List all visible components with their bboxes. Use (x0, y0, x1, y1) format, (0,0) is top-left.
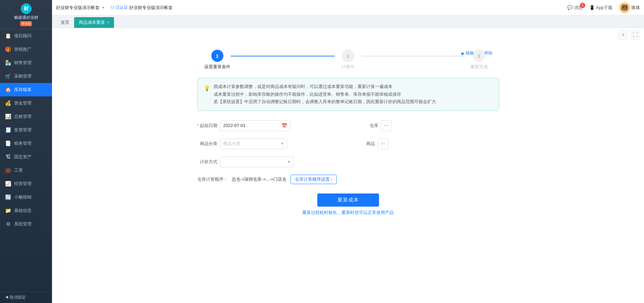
logo-badge: 专业版 (20, 21, 32, 26)
required-star: * (197, 123, 199, 128)
info-icon: 💡 (204, 84, 210, 106)
logo-title: 畅捷通好业财 (14, 15, 38, 20)
app-download-btn[interactable]: 📱 App下载 (589, 5, 612, 11)
sidebar-item-finance[interactable]: 💰 资金管理 (0, 96, 52, 110)
category-select[interactable]: 商品分类 ▼ (220, 138, 287, 149)
step-connector-2 (362, 56, 466, 56)
system-icon: ⚙ (5, 221, 11, 227)
tab-home-label: 首页 (61, 19, 69, 26)
verified-text: 已认证 (116, 5, 128, 10)
form-group-start-date: * 起始日期 📅 (197, 120, 338, 131)
calendar-icon[interactable]: 📅 (281, 123, 287, 128)
sidebar-item-sales[interactable]: 🏪 销售管理 (0, 56, 52, 70)
sidebar-nav: 📋 项目顾问 🎁 营销推广 🏪 销售管理 🛒 采购管理 🏠 库存核算 💰 资金管… (0, 29, 52, 292)
step-2-label: 计算中 (341, 64, 355, 70)
sidebar-item-label: 总账管理 (14, 114, 32, 120)
form-row-3: 计价方式 ▼ (197, 157, 499, 167)
video-help-btn[interactable]: ▶ 视频 (462, 50, 474, 56)
sidebar-item-accounting[interactable]: 📊 总账管理 (0, 110, 52, 123)
message-icon: 💬 (567, 5, 573, 10)
expand-icon: ⛶ (633, 32, 638, 38)
avatar: 🐻 (619, 2, 630, 13)
tab-recalc[interactable]: 商品成本重算 × (74, 17, 114, 28)
form-row-1: * 起始日期 📅 仓库 ··· (197, 120, 499, 131)
sidebar-logo: 财 畅捷通好业财 专业版 (0, 0, 52, 29)
warehouse-order-btn-label: 仓库计算顺序设置 (295, 176, 330, 182)
user-avatar-area[interactable]: 🐻 珠珠 (619, 2, 640, 13)
assets-icon: 🏗 (5, 154, 11, 160)
sidebar-item-project[interactable]: 📋 项目顾问 (0, 29, 52, 43)
salary-icon: 💼 (5, 167, 11, 174)
video-icon: ▶ (462, 51, 465, 56)
sidebar-item-label: 基础信息 (14, 208, 32, 214)
expand-window-btn[interactable]: ⛶ (631, 30, 640, 40)
chevron-down-icon: ▼ (281, 142, 284, 145)
header: 好业财专业版演示帐套 ▼ 🛡 已认证 好业财专业版演示帐套 💬 消息 1 📱 A… (52, 0, 644, 15)
sidebar-item-assets[interactable]: 🏗 固定资产 (0, 150, 52, 164)
info-text: 因成本计算参数调整，或是对商品成本有疑问时，可以通过成本重算功能，重新计算一遍成… (214, 83, 436, 106)
video-label: 视频 (466, 50, 474, 56)
marketing-icon: 🎁 (5, 46, 11, 53)
verified-badge: 🛡 已认证 (110, 5, 128, 10)
message-btn[interactable]: 💬 消息 1 (567, 5, 583, 11)
sidebar-item-label: 营销推广 (14, 46, 32, 52)
project-icon: 📋 (5, 33, 11, 39)
sidebar-item-inventory[interactable]: 🏠 库存核算 (0, 83, 52, 96)
recalc-btn[interactable]: 重算成本 (317, 193, 379, 207)
inventory-icon: 🏠 (5, 86, 11, 93)
warehouse-order-label: 仓库计算顺序： (197, 176, 228, 182)
shield-icon: 🛡 (110, 5, 114, 10)
account-selector[interactable]: 好业财专业版演示帐套 ▼ (56, 5, 105, 11)
submit-area: 重算成本 重算过程耗时较长，重算时您可以正常使用产品 (197, 193, 499, 216)
sidebar-item-label: 小畅报销 (14, 194, 32, 200)
tab-close-icon[interactable]: × (107, 20, 109, 25)
sidebar-unpin-btn[interactable]: ◀ 取消固定 (0, 292, 52, 303)
start-date-input[interactable] (223, 123, 279, 128)
sidebar-item-basic[interactable]: 📁 基础信息 (0, 204, 52, 217)
purchase-icon: 🛒 (5, 73, 11, 80)
form-group-goods: 商品 ··· (341, 138, 499, 149)
unpin-label: ◀ 取消固定 (5, 295, 26, 300)
sidebar-item-label: 发票管理 (14, 127, 32, 133)
sidebar-item-salary[interactable]: 💼 工资 (0, 164, 52, 177)
sidebar-item-label: 销售管理 (14, 60, 32, 66)
step-3-circle: 3 (473, 50, 485, 62)
accounting-icon: 📊 (5, 113, 11, 120)
operation-icon: 📈 (5, 180, 11, 187)
goods-label: 商品 (355, 141, 375, 147)
sidebar-item-expense[interactable]: 🔄 小畅报销 (0, 190, 52, 204)
sidebar-item-purchase[interactable]: 🛒 采购管理 (0, 70, 52, 83)
chevron-down-icon: ▼ (287, 160, 291, 164)
recalc-note: 重算过程耗时较长，重算时您可以正常使用产品 (302, 210, 394, 216)
start-date-input-wrap[interactable]: 📅 (220, 120, 290, 131)
sidebar-item-tax[interactable]: 📑 税务管理 (0, 137, 52, 150)
header-account-name: 好业财专业版演示帐套 (129, 5, 173, 11)
step-1-label: 设置重算条件 (204, 64, 230, 70)
app-download-label: App下载 (596, 5, 612, 11)
sidebar-item-marketing[interactable]: 🎁 营销推广 (0, 43, 52, 56)
step-1-circle: 1 (211, 50, 223, 62)
help-label: 帮助 (484, 50, 492, 56)
warehouse-label: 仓库 (358, 123, 378, 129)
step-2: 2 计算中 (335, 50, 362, 70)
sidebar-item-system[interactable]: ⚙ 系统管理 (0, 217, 52, 231)
username-label: 珠珠 (631, 5, 640, 11)
form-group-category: 商品分类 商品分类 ▼ (197, 138, 341, 149)
warehouse-dots-btn[interactable]: ··· (381, 120, 392, 131)
warehouse-order-settings-btn[interactable]: 仓库计算顺序设置 › (290, 175, 337, 184)
sales-icon: 🏪 (5, 59, 11, 66)
tab-home[interactable]: 首页 (56, 17, 74, 28)
mobile-icon: 📱 (589, 5, 595, 10)
sidebar: 财 畅捷通好业财 专业版 📋 项目顾问 🎁 营销推广 🏪 销售管理 🛒 采购管理… (0, 0, 52, 303)
basic-icon: 📁 (5, 207, 11, 214)
goods-dots-btn[interactable]: ··· (378, 138, 388, 149)
message-badge: 1 (580, 3, 585, 8)
sidebar-item-invoice[interactable]: 🧾 发票管理 (0, 123, 52, 137)
close-icon: × (622, 32, 625, 38)
sidebar-item-operation[interactable]: 📈 经营管理 (0, 177, 52, 190)
pricing-select[interactable]: ▼ (220, 157, 294, 167)
warehouse-order-row: 仓库计算顺序： 总仓->深圳仓库->...->门店仓 仓库计算顺序设置 › (197, 175, 499, 184)
close-window-btn[interactable]: × (619, 30, 628, 40)
info-box: 💡 因成本计算参数调整，或是对商品成本有疑问时，可以通过成本重算功能，重新计算一… (197, 78, 499, 111)
step-connector-1 (231, 56, 335, 56)
